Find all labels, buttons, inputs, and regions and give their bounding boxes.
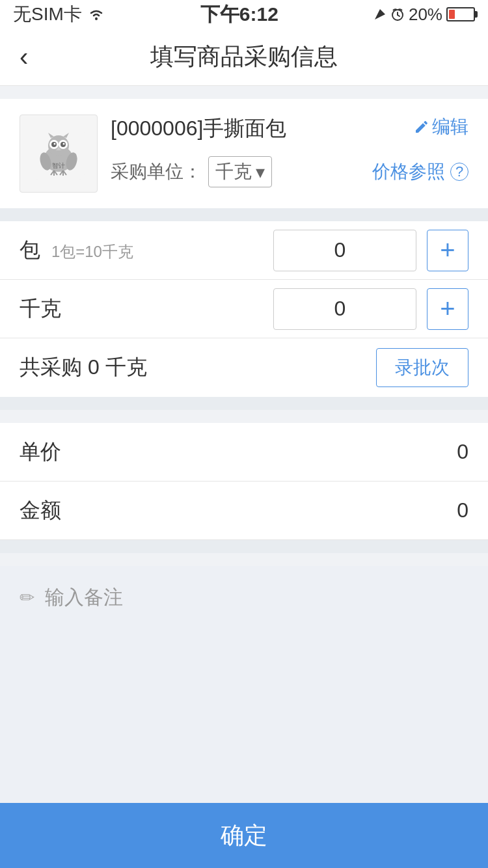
bag-row: 包 1包=10千克 + [0,221,488,280]
page-title: 填写商品采购信息 [150,41,338,73]
bag-label: 包 1包=10千克 [20,236,133,265]
amount-row: 金额 0 [0,481,488,540]
divider-top [0,208,488,221]
kg-input-wrap: + [98,288,468,330]
product-name: [0000006]手撕面包 [111,115,286,143]
back-button[interactable]: ‹ [20,42,59,72]
product-logo: 智计 [33,128,85,180]
unit-price-value: 0 [457,440,468,464]
edit-icon [414,119,429,135]
dropdown-arrow-icon: ▾ [256,161,265,183]
kg-row: 千克 + [0,280,488,338]
unit-price-row: 单价 0 [0,423,488,481]
edit-button[interactable]: 编辑 [414,115,468,139]
wifi-icon [87,8,105,21]
summary-row: 共采购 0 千克 录批次 [0,338,488,397]
svg-point-11 [54,143,56,145]
bag-input[interactable] [273,230,416,271]
bag-input-wrap: + [133,230,468,271]
product-thumbnail: 智计 [20,115,98,193]
bag-plus-button[interactable]: + [427,230,468,271]
empty-space [0,629,488,824]
nav-bar: ‹ 填写商品采购信息 [0,29,488,86]
unit-price-label: 单价 [20,438,61,467]
product-unit-row: 采购单位： 千克 ▾ 价格参照 ? [111,156,468,187]
summary-text: 共采购 0 千克 [20,353,147,382]
bag-sublabel: 1包=10千克 [51,243,133,260]
divider-bottom [0,540,488,553]
unit-label: 采购单位： 千克 ▾ [111,156,272,187]
status-left: 无SIM卡 [13,2,105,27]
pencil-icon: ✏ [20,587,34,608]
unit-select[interactable]: 千克 ▾ [208,156,272,187]
alarm-icon [390,7,405,21]
form-section: 包 1包=10千克 + 千克 + 共采购 0 千克 录批次 [0,221,488,397]
divider-middle [0,397,488,410]
svg-text:智计: 智计 [52,162,65,169]
main-content: 智计 [0000006]手撕面包 编辑 采购单位： 千克 ▾ [0,99,488,868]
batch-button[interactable]: 录批次 [376,348,468,387]
amount-value: 0 [457,498,468,522]
confirm-button[interactable]: 确定 [0,803,488,868]
status-right: 20% [373,5,475,25]
status-time: 下午6:12 [200,1,278,28]
kg-plus-button[interactable]: + [427,288,468,330]
battery-fill [449,10,455,19]
note-section[interactable]: ✏ 输入备注 [0,566,488,629]
location-icon [373,8,386,21]
kg-label: 千克 [20,295,98,323]
product-top-row: [0000006]手撕面包 编辑 [111,115,468,143]
price-section: 单价 0 金额 0 [0,423,488,540]
svg-point-12 [63,143,65,145]
status-bar: 无SIM卡 下午6:12 20% [0,0,488,29]
amount-label: 金额 [20,496,61,525]
product-info: [0000006]手撕面包 编辑 采购单位： 千克 ▾ 价格 [111,115,468,187]
price-reference-button[interactable]: 价格参照 ? [372,159,468,184]
carrier-text: 无SIM卡 [13,2,82,27]
svg-line-3 [398,15,400,16]
svg-point-0 [95,18,98,20]
battery-icon [446,7,475,21]
kg-input[interactable] [273,288,416,330]
battery-percent: 20% [409,5,442,25]
note-placeholder: 输入备注 [45,584,123,611]
help-icon: ? [450,163,468,181]
product-card: 智计 [0000006]手撕面包 编辑 采购单位： 千克 ▾ [0,99,488,208]
